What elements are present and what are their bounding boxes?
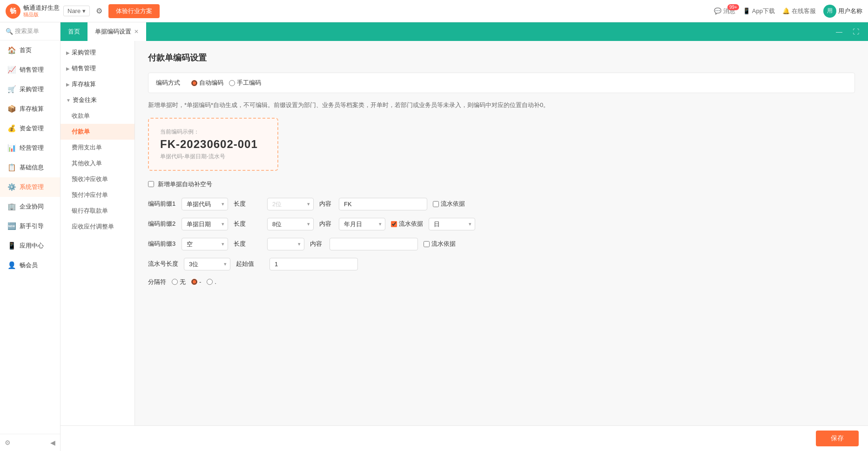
serial-length-select[interactable]: 3位	[184, 258, 230, 270]
prefix2-row: 编码前缀2 单据日期 长度 8位 内容	[148, 218, 855, 230]
content2-select[interactable]: 年月日	[339, 218, 385, 230]
sep-dot-option[interactable]: .	[207, 278, 216, 285]
finance-icon: 💰	[7, 124, 16, 133]
system-icon: ⚙️	[7, 183, 16, 191]
purchase-icon: 🛒	[7, 85, 16, 94]
length2-label: 长度	[234, 220, 262, 228]
nav-sub-adjust[interactable]: 应收应付调整单	[61, 219, 135, 235]
prefix1-label: 编码前缀1	[148, 200, 176, 208]
auto-fill-checkbox[interactable]	[148, 181, 154, 187]
sidebar-item-purchase[interactable]: 🛒 采购管理	[0, 80, 60, 99]
length1-select[interactable]: 2位	[267, 198, 314, 210]
sidebar-item-finance[interactable]: 💰 资金管理	[0, 119, 60, 138]
sidebar-item-home[interactable]: 🏠 首页	[0, 40, 60, 60]
tab-maximize-icon[interactable]: ⛶	[849, 25, 862, 38]
message-item[interactable]: 💬 消息 99+	[714, 7, 735, 15]
content2-select-wrapper: 年月日	[339, 218, 385, 230]
stream1-checkbox[interactable]	[433, 201, 439, 207]
tab-minimize-icon[interactable]: —	[833, 25, 846, 38]
manual-encode-radio[interactable]	[229, 80, 235, 86]
manual-encode-option[interactable]: 手工编码	[229, 79, 261, 87]
stream2-checkbox-wrapper[interactable]: 流水依据	[391, 220, 423, 228]
nav-sub-prepay[interactable]: 预付冲应付单	[61, 187, 135, 203]
save-button[interactable]: 保存	[816, 431, 859, 446]
tab-bar: 首页 单据编码设置 ✕ — ⛶	[61, 22, 868, 41]
sidebar-item-stock[interactable]: 📦 库存核算	[0, 99, 60, 119]
nav-sub-expense[interactable]: 费用支出单	[61, 140, 135, 155]
settings-icon[interactable]: ⚙	[5, 439, 11, 446]
prefix1-select[interactable]: 单据代码	[182, 198, 228, 210]
sep-dash-option[interactable]: -	[191, 278, 201, 285]
length2-select-wrapper: 8位	[267, 218, 314, 230]
auto-encode-radio[interactable]	[191, 80, 197, 86]
user-info[interactable]: 用 用户名称	[823, 5, 862, 18]
content1-input[interactable]	[339, 198, 427, 210]
nav-group-title-sales[interactable]: ▶ 销售管理	[61, 61, 135, 76]
nav-group-title-purchase[interactable]: ▶ 采购管理	[61, 45, 135, 61]
nav-sub-receipt[interactable]: 收款单	[61, 108, 135, 124]
encoding-radio-group: 自动编码 手工编码	[191, 79, 261, 87]
code-preview-value: FK-20230602-001	[160, 138, 266, 151]
stream2-checkbox[interactable]	[391, 221, 397, 227]
separator-label: 分隔符	[148, 278, 166, 286]
sidebar-item-system[interactable]: ⚙️ 系统管理	[0, 177, 60, 197]
sidebar-item-newguide[interactable]: 🆕 新手引导	[0, 216, 60, 236]
trial-button[interactable]: 体验行业方案	[108, 4, 160, 18]
online-service-item[interactable]: 🔔 在线客服	[782, 7, 816, 15]
nav-group-title-capital[interactable]: ▼ 资金往来	[61, 92, 135, 108]
logo-text: 畅通道好生意 猫品版	[23, 4, 60, 18]
encoding-method-section: 编码方式 自动编码 手工编码	[148, 73, 855, 93]
app-download-item[interactable]: 📱 App下载	[743, 7, 775, 15]
stream3-checkbox-wrapper[interactable]: 流水依据	[424, 240, 456, 248]
prefix2-select-wrapper: 单据日期	[182, 218, 228, 230]
info-text: 新增单据时，*单据编码*自动生成，不可编辑。前缀设置为部门、业务员等档案类，开单…	[148, 101, 855, 110]
content2-label: 内容	[319, 220, 333, 228]
topbar-dropdown[interactable]: Nare ▾	[63, 6, 90, 16]
length2-select[interactable]: 8位	[267, 218, 314, 230]
serial-length-label: 流水号长度	[148, 260, 178, 268]
service-icon: 🔔	[782, 7, 790, 14]
prefix2-select[interactable]: 单据日期	[182, 218, 228, 230]
content3-input[interactable]	[330, 238, 418, 250]
collapse-icon[interactable]: ◀	[50, 439, 55, 446]
message-icon: 💬	[714, 7, 721, 14]
nav-group-stock: ▶ 库存核算	[61, 76, 135, 92]
sidebar-item-member[interactable]: 👤 畅会员	[0, 256, 60, 275]
tab-close-icon[interactable]: ✕	[134, 28, 139, 35]
prefix3-select[interactable]: 空	[182, 238, 228, 250]
sidebar-item-appcenter[interactable]: 📱 应用中心	[0, 236, 60, 256]
enterprise-icon: 🏢	[7, 202, 16, 211]
sep-dash-radio[interactable]	[191, 279, 197, 285]
auto-encode-option[interactable]: 自动编码	[191, 79, 223, 87]
app-icon: 📱	[743, 7, 750, 14]
sidebar-item-operation[interactable]: 📊 经营管理	[0, 138, 60, 158]
sidebar-item-enterprise[interactable]: 🏢 企业协同	[0, 197, 60, 216]
nav-sub-payment[interactable]: 付款单	[61, 124, 135, 140]
sep-dot-radio[interactable]	[207, 279, 213, 285]
arrow-right-icon3: ▶	[66, 82, 70, 87]
sales-icon: 📈	[7, 66, 16, 74]
nav-group-title-stock[interactable]: ▶ 库存核算	[61, 76, 135, 92]
stream1-checkbox-wrapper[interactable]: 流水依据	[433, 200, 465, 208]
nav-sub-bank[interactable]: 银行存取款单	[61, 203, 135, 219]
tab-home[interactable]: 首页	[61, 22, 87, 41]
topbar: 畅 畅通道好生意 猫品版 Nare ▾ ⚙ 体验行业方案 💬 消息 99+ 📱 …	[0, 0, 868, 22]
stream3-checkbox[interactable]	[424, 241, 430, 247]
sep-none-radio[interactable]	[172, 279, 178, 285]
nav-group-sales: ▶ 销售管理	[61, 61, 135, 76]
prefix1-select-wrapper: 单据代码	[182, 198, 228, 210]
tab-encoding[interactable]: 单据编码设置 ✕	[87, 22, 146, 41]
topbar-nav: Nare ▾ ⚙ 体验行业方案	[63, 4, 160, 18]
sidebar-search[interactable]: 🔍 搜索菜单	[0, 22, 60, 40]
serial-row: 流水号长度 3位 起始值	[148, 258, 855, 270]
nav-sub-precharge[interactable]: 预收冲应收单	[61, 171, 135, 187]
start-value-input[interactable]	[269, 258, 358, 270]
sidebar-item-base[interactable]: 📋 基础信息	[0, 158, 60, 177]
sidebar-item-sales[interactable]: 📈 销售管理	[0, 60, 60, 80]
stream2-unit-select[interactable]: 日	[429, 218, 475, 230]
length3-select[interactable]	[267, 238, 304, 250]
length1-select-wrapper: 2位	[267, 198, 314, 210]
sep-none-option[interactable]: 无	[172, 278, 186, 286]
nav-sub-other-income[interactable]: 其他收入单	[61, 155, 135, 171]
gear-icon[interactable]: ⚙	[93, 5, 106, 18]
